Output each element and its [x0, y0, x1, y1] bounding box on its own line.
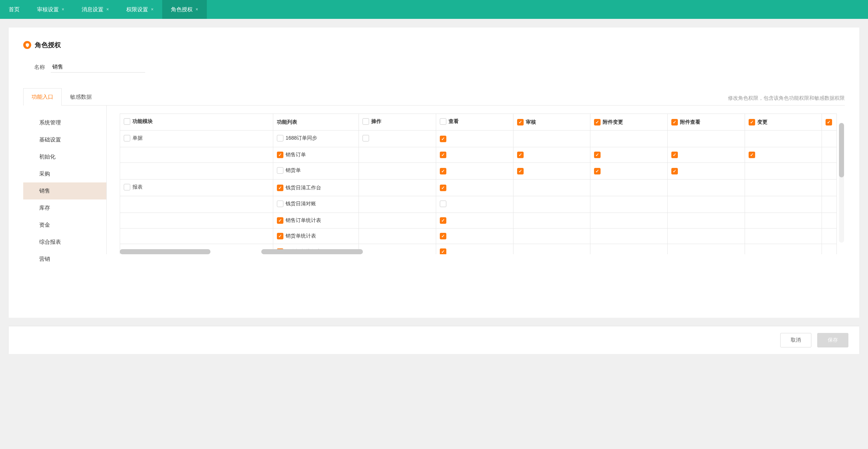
cell-attach_view [668, 147, 745, 163]
sidebar-item-4[interactable]: 销售 [23, 182, 106, 199]
content-split: 系统管理基础设置初始化采购销售库存资金综合报表营销 功能模块功能列表操作查看审核… [23, 106, 845, 254]
row3-module-checkbox[interactable] [124, 184, 130, 190]
row1-attach_view [671, 152, 678, 158]
cell-module [120, 163, 273, 180]
row0-module-label: 单据 [132, 135, 143, 141]
close-icon[interactable]: × [196, 7, 198, 12]
inner-tab-1[interactable]: 敏感数据 [62, 88, 100, 106]
cell-view [436, 196, 513, 213]
table-row: 钱货日清对账 [120, 196, 837, 213]
table-wrap: 功能模块功能列表操作查看审核附件变更附件查看变更 单据1688订单同步销售订单销… [107, 106, 845, 254]
row2-list-checkbox[interactable] [277, 167, 283, 174]
cell-module [120, 213, 273, 228]
close-icon[interactable]: × [151, 7, 153, 12]
sidebar-item-0[interactable]: 系统管理 [23, 114, 106, 131]
header-cb-audit-checkbox[interactable] [517, 119, 524, 125]
row2-attach_view-checkbox[interactable] [671, 168, 678, 174]
row6-list-checkbox[interactable] [277, 233, 283, 239]
cell-audit [513, 228, 590, 244]
vertical-scrollbar[interactable] [839, 123, 844, 243]
close-icon[interactable]: × [62, 7, 64, 12]
sidebar-item-6[interactable]: 资金 [23, 217, 106, 234]
row2-view [440, 168, 446, 174]
row4-view-checkbox[interactable] [440, 201, 446, 207]
row1-attach_change [594, 152, 601, 158]
horizontal-scrollbars [120, 249, 837, 254]
row1-list-checkbox[interactable] [277, 152, 283, 158]
top-tab-4[interactable]: 角色授权× [162, 0, 207, 19]
row0-list-checkbox[interactable] [277, 135, 283, 141]
row2-attach_change-checkbox[interactable] [594, 168, 601, 174]
cell-audit [513, 213, 590, 228]
sidebar-item-2[interactable]: 初始化 [23, 148, 106, 165]
header-cb-module: 功能模块 [124, 118, 153, 125]
name-input[interactable] [51, 62, 145, 73]
sidebar-item-1[interactable]: 基础设置 [23, 131, 106, 148]
row2-attach_view [671, 168, 678, 174]
header-cb-op-checkbox[interactable] [363, 118, 369, 125]
cell-view [436, 228, 513, 244]
row5-list-checkbox[interactable] [277, 217, 283, 224]
horizontal-scrollbar-thumb-1[interactable] [120, 249, 210, 254]
top-tab-label: 首页 [9, 6, 20, 13]
row2-audit-checkbox[interactable] [517, 168, 524, 174]
row3-view-checkbox[interactable] [440, 185, 446, 191]
cell-module: 单据 [120, 131, 273, 147]
row0-module-checkbox[interactable] [124, 135, 130, 141]
top-tab-0[interactable]: 首页 [0, 0, 28, 19]
row6-view [440, 233, 446, 239]
spacer [0, 19, 868, 28]
header-list: 功能列表 [273, 114, 359, 131]
row1-view [440, 152, 446, 158]
inner-tab-0[interactable]: 功能入口 [23, 88, 62, 106]
sidebar-item-7[interactable]: 综合报表 [23, 234, 106, 251]
row1-attach_view-checkbox[interactable] [671, 152, 678, 158]
row0-list-label: 1688订单同步 [286, 135, 317, 141]
row1-audit-checkbox[interactable] [517, 152, 524, 158]
save-button[interactable]: 保存 [817, 333, 848, 347]
sidebar: 系统管理基础设置初始化采购销售库存资金综合报表营销 [23, 106, 107, 254]
row3-list: 钱货日清工作台 [277, 185, 321, 191]
header-cb-overflow [826, 119, 832, 125]
row1-change-checkbox[interactable] [749, 152, 755, 158]
horizontal-scrollbar-thumb-2[interactable] [261, 249, 363, 254]
sidebar-item-8[interactable]: 营销 [23, 251, 106, 268]
cell-list: 钱货日清对账 [273, 196, 359, 213]
row6-view-checkbox[interactable] [440, 233, 446, 239]
sidebar-item-3[interactable]: 采购 [23, 165, 106, 182]
top-tab-3[interactable]: 权限设置× [118, 0, 162, 19]
header-cb-overflow-checkbox[interactable] [826, 119, 832, 125]
header-cb-op-label: 操作 [371, 118, 381, 125]
cell-overflow [822, 147, 837, 163]
row3-list-checkbox[interactable] [277, 185, 283, 191]
row5-view-checkbox[interactable] [440, 217, 446, 224]
row1-attach_change-checkbox[interactable] [594, 152, 601, 158]
row1-view-checkbox[interactable] [440, 152, 446, 158]
row0-op-checkbox[interactable] [363, 135, 369, 141]
sidebar-item-5[interactable]: 库存 [23, 199, 106, 217]
row1-change [749, 152, 755, 158]
header-cb-attach_change-label: 附件变更 [603, 119, 623, 125]
header-overflow [822, 114, 837, 131]
row4-list-checkbox[interactable] [277, 201, 283, 207]
shield-icon [23, 41, 31, 49]
cancel-button[interactable]: 取消 [780, 333, 811, 347]
header-cb-attach_change-checkbox[interactable] [594, 119, 601, 125]
cell-attach_change [590, 163, 668, 180]
header-cb-list: 功能列表 [277, 119, 297, 125]
header-cb-change-checkbox[interactable] [749, 119, 755, 125]
top-tab-2[interactable]: 消息设置× [73, 0, 118, 19]
close-icon[interactable]: × [106, 7, 109, 12]
header-cb-module-checkbox[interactable] [124, 118, 130, 125]
cell-list: 钱货日清工作台 [273, 180, 359, 196]
header-change: 变更 [745, 114, 822, 131]
row2-view-checkbox[interactable] [440, 168, 446, 174]
header-cb-view-checkbox[interactable] [440, 118, 446, 125]
row0-view [440, 136, 446, 142]
top-tab-1[interactable]: 审核设置× [28, 0, 73, 19]
header-cb-attach_view-checkbox[interactable] [671, 119, 678, 125]
row6-list-label: 销货单统计表 [286, 233, 316, 239]
header-cb-audit-label: 审核 [526, 119, 536, 125]
row0-view-checkbox[interactable] [440, 136, 446, 142]
vertical-scrollbar-thumb[interactable] [839, 123, 844, 177]
